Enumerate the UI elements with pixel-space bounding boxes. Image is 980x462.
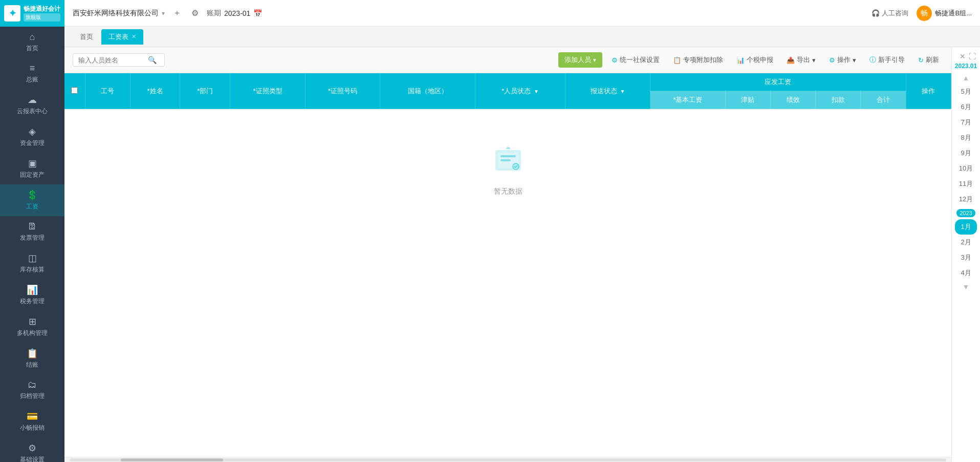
- close-accounts-icon: 📋: [27, 348, 38, 359]
- main-area: 西安虾米网络科技有限公司 ▾ ＋ ⚙ 账期 2023-01 📅 🎧 人工咨询 畅…: [64, 0, 980, 462]
- home-icon: ⌂: [30, 32, 35, 43]
- month-item-3[interactable]: 3月: [952, 250, 980, 265]
- status-filter-icon[interactable]: ▼: [534, 89, 539, 94]
- month-item-9[interactable]: 9月: [952, 145, 980, 161]
- export-button[interactable]: 📤 导出 ▾: [782, 53, 820, 67]
- operations-button[interactable]: ⚙ 操作 ▾: [825, 53, 860, 67]
- topbar: 西安虾米网络科技有限公司 ▾ ＋ ⚙ 账期 2023-01 📅 🎧 人工咨询 畅…: [64, 0, 980, 27]
- calendar-icon[interactable]: 📅: [253, 9, 262, 17]
- th-name: *姓名: [130, 73, 180, 109]
- company-name: 西安虾米网络科技有限公司: [73, 9, 159, 18]
- nav-menu: ⌂ 首页 ≡ 总账 ☁ 云报表中心 ◈ 资金管理 ▣ 固定资产 💲 工资 🖺 发…: [0, 27, 64, 462]
- user-name: 畅捷通B组...: [935, 9, 972, 18]
- export-icon: 📤: [787, 56, 795, 64]
- th-dept: *部门: [180, 73, 230, 109]
- salary-label: 工资: [26, 202, 38, 211]
- sidebar-item-tax[interactable]: 📊 税务管理: [0, 279, 64, 311]
- user-info[interactable]: 畅 畅捷通B组...: [917, 6, 972, 21]
- search-input[interactable]: [78, 56, 145, 64]
- th-status: *人员状态 ▼: [475, 73, 565, 109]
- cloud-icon: ☁: [28, 94, 37, 106]
- tab-salary[interactable]: 工资表 ✕: [101, 29, 143, 45]
- inventory-icon: ◫: [28, 253, 37, 264]
- th-job-num: 工号: [85, 73, 130, 109]
- sidebar-item-salary[interactable]: 💲 工资: [0, 184, 64, 216]
- tab-home[interactable]: 首页: [73, 29, 100, 45]
- select-all-checkbox[interactable]: [71, 87, 78, 94]
- month-item-10[interactable]: 10月: [952, 161, 980, 176]
- extra-deduct-label: 专项附加扣除: [683, 55, 723, 65]
- toolbar: 🔍 添加人员 ▾ ⚙ 统一社保设置 📋 专项附加扣除: [64, 47, 951, 73]
- refresh-button[interactable]: ↻ 刷新: [914, 53, 943, 67]
- tabbar: 首页 工资表 ✕: [64, 27, 980, 47]
- sidebar-item-invoice[interactable]: 🖺 发票管理: [0, 216, 64, 247]
- month-item-12[interactable]: 12月: [952, 192, 980, 207]
- sidebar-item-fixed-assets[interactable]: ▣ 固定资产: [0, 153, 64, 184]
- social-security-button[interactable]: ⚙ 统一社保设置: [607, 53, 664, 67]
- add-person-button[interactable]: 添加人员 ▾: [558, 52, 602, 68]
- cloud-label: 云报表中心: [17, 107, 48, 116]
- tax-label: 税务管理: [20, 297, 45, 306]
- month-item-4[interactable]: 4月: [952, 265, 980, 281]
- service-button[interactable]: 🎧 人工咨询: [872, 9, 908, 18]
- search-icon: 🔍: [148, 56, 157, 64]
- extra-deduct-icon: 📋: [673, 56, 681, 64]
- bottom-scrollbar[interactable]: [64, 457, 951, 462]
- fund-icon: ◈: [29, 126, 36, 137]
- empty-icon: [488, 140, 529, 181]
- th-checkbox[interactable]: [64, 73, 85, 109]
- month-item-7[interactable]: 7月: [952, 115, 980, 130]
- sidebar-item-settings[interactable]: ⚙ 基础设置: [0, 437, 64, 462]
- avatar: 畅: [917, 6, 932, 21]
- guide-button[interactable]: ⓘ 新手引导: [865, 53, 909, 67]
- empty-illustration: [488, 140, 529, 181]
- sidebar-item-fund[interactable]: ◈ 资金管理: [0, 121, 64, 153]
- operations-dropdown-icon: ▾: [853, 56, 856, 64]
- company-selector[interactable]: 西安虾米网络科技有限公司 ▾: [73, 9, 165, 18]
- topbar-right: 🎧 人工咨询 畅 畅捷通B组...: [872, 6, 972, 21]
- app-logo: ✦ 畅捷通好会计 旗舰版: [0, 0, 64, 27]
- th-base-salary: *基本工资: [650, 91, 726, 109]
- add-company-button[interactable]: ＋: [171, 6, 183, 20]
- tab-salary-label: 工资表: [108, 32, 128, 41]
- panel-close-btn[interactable]: ✕: [960, 52, 966, 60]
- sidebar-item-multi-org[interactable]: ⊞ 多机构管理: [0, 311, 64, 343]
- month-item-8[interactable]: 8月: [952, 130, 980, 145]
- export-dropdown-icon: ▾: [812, 56, 816, 64]
- sidebar-item-close[interactable]: 📋 结账: [0, 343, 64, 374]
- export-label: 导出: [797, 55, 810, 65]
- month-item-1[interactable]: 1月: [955, 219, 977, 235]
- th-report-status: 报送状态 ▼: [565, 73, 650, 109]
- home-label: 首页: [26, 44, 38, 53]
- th-allowance: 津贴: [725, 91, 770, 109]
- sidebar-item-inventory[interactable]: ◫ 库存核算: [0, 247, 64, 279]
- th-salary-group: 应发工资: [650, 73, 906, 91]
- month-scroll-up[interactable]: ▲: [952, 72, 980, 84]
- sidebar-item-expense[interactable]: 💳 小畅报销: [0, 406, 64, 437]
- month-item-11[interactable]: 11月: [952, 176, 980, 192]
- tab-salary-close[interactable]: ✕: [132, 33, 136, 40]
- tax-report-button[interactable]: 📊 个税申报: [732, 53, 777, 67]
- month-item-5[interactable]: 5月: [952, 84, 980, 99]
- month-item-2[interactable]: 2月: [952, 235, 980, 250]
- sidebar-item-archive[interactable]: 🗂 归档管理: [0, 374, 64, 406]
- sidebar-item-cloud-report[interactable]: ☁ 云报表中心: [0, 89, 64, 121]
- month-scroll-down[interactable]: ▼: [952, 281, 980, 293]
- table-container: 工号 *姓名 *部门 *证照类型 *证照号码 国籍（地区） *人员状态 ▼ 报送…: [64, 73, 951, 457]
- tax-icon: 📊: [27, 284, 38, 296]
- extra-deduct-button[interactable]: 📋 专项附加扣除: [669, 53, 727, 67]
- sidebar-item-home[interactable]: ⌂ 首页: [0, 27, 64, 58]
- scroll-thumb[interactable]: [121, 458, 223, 461]
- year-badge[interactable]: 2023: [956, 209, 975, 217]
- report-filter-icon[interactable]: ▼: [620, 89, 625, 94]
- settings-button[interactable]: ⚙: [189, 6, 201, 20]
- panel-header: ✕ ⛶: [952, 50, 980, 60]
- close-label: 结账: [26, 361, 38, 369]
- month-item-6[interactable]: 6月: [952, 99, 980, 115]
- month-panel: ✕ ⛶ 2023.01 ▲ 5月 6月 7月 8月 9月 10月 11月 12月…: [951, 47, 980, 462]
- content-area: 🔍 添加人员 ▾ ⚙ 统一社保设置 📋 专项附加扣除: [64, 47, 980, 462]
- svg-rect-3: [500, 159, 511, 161]
- sidebar-item-ledger[interactable]: ≡ 总账: [0, 58, 64, 89]
- th-id-num: *证照号码: [305, 73, 380, 109]
- panel-expand-btn[interactable]: ⛶: [969, 52, 976, 60]
